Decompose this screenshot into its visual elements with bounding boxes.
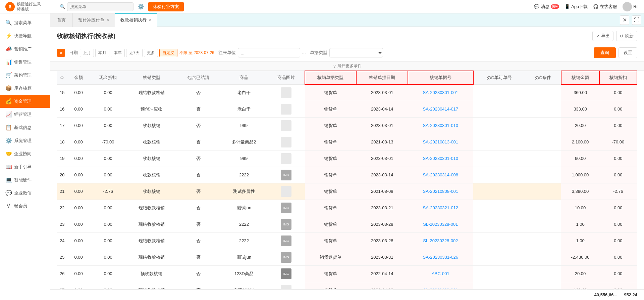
tab-receipt-cancel[interactable]: 收款核销执行 ✕ [115,13,157,27]
expand-conditions-bar[interactable]: ∨ 展开更多条件 [50,62,644,71]
product-image: IMG [281,203,291,213]
sidebar-item-label: 库存核算 [14,85,32,91]
this-year-btn[interactable]: 本年 [111,49,125,57]
sidebar-item-wechat[interactable]: 💬 企业微信 [0,186,50,200]
th-settings[interactable]: ⚙ [57,71,67,84]
filter-expand-button[interactable]: » [57,49,65,57]
cancel-bill-link[interactable]: SL-20230328-001 [423,222,458,227]
cancel-bill-link[interactable]: SA-20230414-017 [423,106,459,112]
row-cancel-bill-no[interactable]: SA-20230321-012 [408,200,473,216]
user-menu[interactable]: Rit [623,2,639,11]
sidebar-item-collaboration[interactable]: 🤝 企业协同 [0,147,50,160]
online-service-button[interactable]: 🎧 在线客服 [593,4,617,10]
last-month-btn[interactable]: 上月 [80,49,94,57]
row-included-settled: 否 [177,232,220,249]
row-cancel-bill-no[interactable]: SA-20230314-008 [408,167,473,183]
row-cancel-discount: 0.00 [599,200,637,216]
sidebar-item-search[interactable]: 🔍 搜索菜单 [0,16,50,29]
th-product: 商品 [220,71,268,84]
cancel-bill-link[interactable]: ABC-001 [432,271,449,276]
sidebar-item-inventory[interactable]: 📦 库存核算 [0,82,50,95]
row-id: 16 [57,101,67,117]
this-month-btn[interactable]: 本月 [95,49,109,57]
export-button[interactable]: ↗ 导出 [592,31,613,41]
row-cancel-bill-date: 2023-03-01 [356,150,408,167]
row-product: 2222 [220,167,268,183]
settings-button[interactable]: 设置 [619,47,637,58]
search-icon: 🔍 [60,4,65,9]
row-cancel-bill-no[interactable]: SA-20230301-010 [408,150,473,167]
row-cancel-bill-no[interactable]: SA-20230301-010 [408,117,473,134]
guide-icon: 📖 [5,164,11,170]
maximize-button[interactable]: ⛶ [632,15,641,25]
row-cancel-bill-no[interactable]: SL-20230328-001 [408,216,473,232]
column-settings-icon[interactable]: ⚙ [60,75,64,80]
sidebar-item-vip[interactable]: V 畅会员 [0,200,50,212]
row-included-settled: 否 [177,101,220,117]
close-tab-button[interactable]: ✕ [620,15,629,25]
settings-icon[interactable]: ⚙️ [138,3,144,10]
sidebar-item-operations[interactable]: 📈 经营管理 [0,108,50,121]
table-row: 22 0.00 0.00 现结收款核销 否 测试jun IMG 销货单 2023… [57,200,637,216]
sidebar-item-guide[interactable]: 📖 新手引导 [0,160,50,173]
bill-type-select[interactable] [329,48,383,57]
tab-close-prepaid[interactable]: ✕ [106,18,109,22]
row-receipt-cond [524,216,561,232]
row-cash-discount: 0.00 [90,150,126,167]
row-cancel-bill-type: 销货单 [305,216,357,232]
top-search-input[interactable] [67,2,133,11]
cancel-bill-link[interactable]: SA-20210808-001 [423,189,459,194]
tab-close-receipt[interactable]: ✕ [149,18,152,22]
row-cash-discount: 0.00 [90,249,126,265]
sidebar-item-hardware[interactable]: 💻 智能硬件 [0,173,50,186]
tab-prepaid[interactable]: 预付冲应付单 ✕ [73,13,115,27]
app-download-button[interactable]: 📱 App下载 [565,4,588,10]
cancel-bill-link[interactable]: SA-20230331-026 [423,255,459,260]
row-product: 2222 [220,216,268,232]
th-cash-discount: 现金折扣 [90,71,126,84]
chevron-down-icon: ∨ [333,64,336,69]
more-date-btn[interactable]: 更多 [144,49,158,57]
row-cancel-bill-no[interactable]: SA-20230301-001 [408,84,473,101]
row-cancel-bill-no[interactable]: SA-20230331-026 [408,249,473,265]
row-cancel-bill-no[interactable]: SL-20230328-002 [408,232,473,249]
industry-button[interactable]: 休验行业方案 [148,2,184,11]
marketing-icon: 📣 [5,46,11,52]
row-cancel-bill-no[interactable]: SL-20230408-001 [408,282,473,289]
row-cash-discount: 0.00 [90,84,126,101]
operations-icon: 📈 [5,111,11,118]
row-id: 20 [57,167,67,183]
cancel-bill-link[interactable]: SA-20230301-001 [423,90,459,95]
cancel-bill-link[interactable]: SA-20230301-010 [423,156,459,161]
sidebar-item-basic-info[interactable]: 📋 基础信息 [0,121,50,134]
from-unit-input[interactable] [238,48,300,57]
cancel-bill-link[interactable]: SA-20230314-008 [423,172,459,177]
row-cancel-bill-no[interactable]: ABC-001 [408,265,473,282]
filter-bar: » 日期 上月 本月 本年 近7天 更多 自定义 不限 至 2023-07-26 [50,44,644,62]
last-7days-btn[interactable]: 近7天 [126,49,143,57]
messages-button[interactable]: 💬 消息 99+ [534,4,559,10]
row-cancel-bill-no[interactable]: SA-20230414-017 [408,101,473,117]
cancel-bill-link[interactable]: SA-20210813-001 [423,139,459,144]
product-image [281,153,291,164]
custom-date-btn[interactable]: 自定义 [159,49,177,57]
row-cancel-amount: 1.00 [561,232,599,249]
row-balance: 0.00 [67,117,90,134]
sidebar-item-marketing[interactable]: 📣 营销推广 [0,42,50,55]
cancel-bill-link[interactable]: SA-20230321-012 [423,205,459,210]
cancel-bill-link[interactable]: SL-20230328-002 [423,238,458,243]
row-id: 21 [57,183,67,200]
row-product-img [268,282,305,289]
sidebar-item-system[interactable]: ⚙️ 系统管理 [0,134,50,147]
tab-home[interactable]: 首页 [50,13,73,27]
sidebar-item-shortcuts[interactable]: ⚡ 快捷导航 [0,29,50,42]
sidebar-item-purchase[interactable]: 🛒 采购管理 [0,69,50,82]
sidebar-item-finance[interactable]: 💰 资金管理 [0,95,50,108]
row-cancel-bill-no[interactable]: SA-20210813-001 [408,134,473,150]
query-button[interactable]: 查询 [594,47,616,58]
sidebar-item-sales[interactable]: 📊 销售管理 [0,55,50,69]
row-receipt-order-no [473,183,524,200]
refresh-button[interactable]: ↺ 刷新 [616,31,637,41]
cancel-bill-link[interactable]: SA-20230301-010 [423,123,459,128]
row-cancel-bill-no[interactable]: SA-20210808-001 [408,183,473,200]
